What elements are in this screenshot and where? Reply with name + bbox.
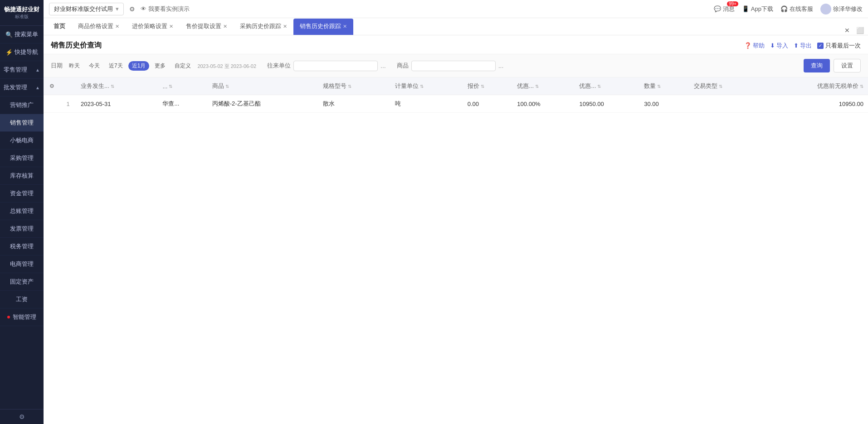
sidebar-item-sales[interactable]: 销售管理 — [0, 114, 44, 132]
date-tab-more[interactable]: 更多 — [151, 61, 169, 71]
sort-icon-discount1: ⇅ — [535, 84, 539, 89]
tab-sale-history-close-icon[interactable]: ✕ — [343, 24, 347, 29]
help-button[interactable]: ❓ 帮助 — [744, 42, 765, 50]
sidebar-item-purchase[interactable]: 采购管理 — [0, 149, 44, 167]
row-index: 1 — [60, 95, 76, 113]
table-col-discount2[interactable]: 优惠... ⇅ — [575, 77, 639, 95]
product-dots-button[interactable]: ... — [498, 62, 504, 69]
col-discount1-label: 优惠... — [517, 82, 534, 90]
user-name: 徐泽华修改 — [833, 5, 863, 13]
sidebar-item-wholesale[interactable]: 批发管理 ▲ — [0, 79, 44, 96]
col-sort-unit[interactable]: 计量单位 ⇅ — [395, 82, 424, 90]
smart-dot-indicator — [7, 316, 10, 318]
sidebar-item-ecommerce[interactable]: 电商管理 — [0, 255, 44, 273]
only-last-checkbox[interactable]: ✓ 只看最后一次 — [817, 42, 861, 50]
filter-bar: 日期 昨天 今天 近7天 近1月 更多 自定义 2023-05-02 至 202… — [44, 54, 868, 77]
table-col-business-date[interactable]: 业务发生... ⇅ — [76, 77, 158, 95]
sidebar: 畅捷通好业财 标准版 🔍 搜索菜单 ⚡ 快捷导航 零售管理 ▲ 批发管理 ▲ 营… — [0, 0, 44, 424]
col-spec-label: 规格型号 — [323, 82, 346, 90]
col-sort-product[interactable]: 商品 ⇅ — [212, 82, 229, 90]
version-selector[interactable]: 好业财标准版交付试用 ▾ — [49, 3, 124, 15]
table-col-more[interactable]: ... ⇅ — [158, 77, 207, 95]
import-button[interactable]: ⬇ 导入 — [770, 42, 788, 50]
table-col-gear[interactable]: ⚙ — [44, 77, 60, 95]
row-quantity: 30.00 — [639, 95, 689, 113]
query-button[interactable]: 查询 — [804, 59, 830, 72]
tab-sale-extract[interactable]: 售价提取设置 ✕ — [180, 19, 234, 35]
page-title: 销售历史价查询 — [51, 41, 102, 50]
date-range-display: 2023-05-02 至 2023-06-02 — [197, 63, 256, 70]
table-col-product[interactable]: 商品 ⇅ — [208, 77, 318, 95]
sidebar-retail-label: 零售管理 — [4, 66, 27, 74]
page-header: 销售历史价查询 ❓ 帮助 ⬇ 导入 ⬆ 导出 ✓ 只看最后一次 — [44, 35, 868, 54]
table-col-discount1[interactable]: 优惠... ⇅ — [512, 77, 575, 95]
sidebar-item-search[interactable]: 🔍 搜索菜单 — [0, 26, 44, 43]
sort-icon-product: ⇅ — [225, 84, 229, 89]
date-tab-custom[interactable]: 自定义 — [171, 61, 195, 71]
tab-product-price[interactable]: 商品价格设置 ✕ — [72, 19, 126, 35]
sidebar-item-marketing[interactable]: 营销推广 — [0, 96, 44, 114]
date-tab-last1month[interactable]: 近1月 — [128, 61, 150, 71]
col-sort-discount1[interactable]: 优惠... ⇅ — [517, 82, 539, 90]
row-unit: 吨 — [390, 95, 463, 113]
tab-purchase-history[interactable]: 采购历史价跟踪 ✕ — [234, 19, 293, 35]
tab-purchase-strategy-close-icon[interactable]: ✕ — [169, 24, 173, 29]
sidebar-item-tax[interactable]: 税务管理 — [0, 238, 44, 255]
sidebar-item-inventory[interactable]: 库存核算 — [0, 167, 44, 185]
topbar-settings-icon[interactable]: ⚙ — [129, 5, 135, 13]
sidebar-item-xiaochangec[interactable]: 小畅电商 — [0, 132, 44, 149]
date-tab-today[interactable]: 今天 — [85, 61, 103, 71]
demo-link[interactable]: 👁 我要看实例演示 — [141, 5, 190, 13]
col-sort-more[interactable]: ... ⇅ — [162, 83, 172, 90]
window-expand-button[interactable]: ⬜ — [855, 26, 864, 35]
tab-sale-history[interactable]: 销售历史价跟踪 ✕ — [293, 19, 353, 35]
col-sort-pretax-price[interactable]: 优惠前无税单价 ⇅ — [817, 82, 863, 90]
table-col-spec[interactable]: 规格型号 ⇅ — [318, 77, 391, 95]
tab-purchase-strategy[interactable]: 进价策略设置 ✕ — [126, 19, 180, 35]
sidebar-settings-icon[interactable]: ⚙ — [19, 413, 25, 420]
app-download-icon: 📱 — [742, 5, 749, 12]
export-button[interactable]: ⬆ 导出 — [794, 42, 812, 50]
tab-purchase-strategy-label: 进价策略设置 — [132, 22, 167, 30]
sidebar-shortcut-label: 快捷导航 — [15, 48, 38, 56]
col-sort-discount2[interactable]: 优惠... ⇅ — [579, 82, 601, 90]
customer-input[interactable] — [293, 61, 378, 71]
app-download-button[interactable]: 📱 App下载 — [742, 5, 773, 13]
customer-dots-button[interactable]: ... — [380, 62, 386, 69]
col-pretax-price-label: 优惠前无税单价 — [817, 82, 858, 90]
col-sort-price[interactable]: 报价 ⇅ — [468, 82, 484, 90]
sidebar-item-smart[interactable]: 智能管理 — [0, 308, 44, 326]
product-input[interactable] — [411, 61, 496, 71]
tab-purchase-history-close-icon[interactable]: ✕ — [283, 24, 287, 29]
settings-button[interactable]: 设置 — [834, 59, 861, 72]
sidebar-item-invoice[interactable]: 发票管理 — [0, 220, 44, 238]
tab-home[interactable]: 首页 — [47, 19, 72, 35]
col-sort-spec[interactable]: 规格型号 ⇅ — [323, 82, 351, 90]
table-col-unit[interactable]: 计量单位 ⇅ — [390, 77, 463, 95]
col-sort-trade-type[interactable]: 交易类型 ⇅ — [694, 82, 722, 90]
table-col-price[interactable]: 报价 ⇅ — [463, 77, 513, 95]
messages-button[interactable]: 💬 消息 99+ — [714, 5, 735, 13]
date-tab-last7[interactable]: 近7天 — [105, 61, 127, 71]
table-col-pretax-price[interactable]: 优惠前无税单价 ⇅ — [761, 77, 868, 95]
col-sort-quantity[interactable]: 数量 ⇅ — [644, 82, 661, 90]
col-unit-label: 计量单位 — [395, 82, 419, 90]
online-service-button[interactable]: 🎧 在线客服 — [780, 5, 813, 13]
sidebar-ledger-label: 总账管理 — [10, 207, 34, 215]
user-menu[interactable]: 徐泽华修改 — [820, 4, 863, 14]
sidebar-item-retail[interactable]: 零售管理 ▲ — [0, 61, 44, 79]
window-close-button[interactable]: ✕ — [843, 26, 852, 35]
col-sort-business-date[interactable]: 业务发生... ⇅ — [81, 82, 114, 90]
data-table: ⚙ 业务发生... ⇅ ... ⇅ — [44, 77, 868, 113]
col-quantity-label: 数量 — [644, 82, 656, 90]
tab-product-price-close-icon[interactable]: ✕ — [115, 24, 119, 29]
sidebar-item-ledger[interactable]: 总账管理 — [0, 202, 44, 220]
date-tab-yesterday[interactable]: 昨天 — [65, 61, 83, 71]
tab-sale-extract-close-icon[interactable]: ✕ — [223, 24, 227, 29]
sidebar-item-salary[interactable]: 工资 — [0, 291, 44, 308]
sidebar-item-shortcut[interactable]: ⚡ 快捷导航 — [0, 43, 44, 61]
sidebar-item-fixed[interactable]: 固定资产 — [0, 273, 44, 291]
table-col-trade-type[interactable]: 交易类型 ⇅ — [689, 77, 762, 95]
table-col-quantity[interactable]: 数量 ⇅ — [639, 77, 689, 95]
sidebar-item-finance[interactable]: 资金管理 — [0, 185, 44, 202]
